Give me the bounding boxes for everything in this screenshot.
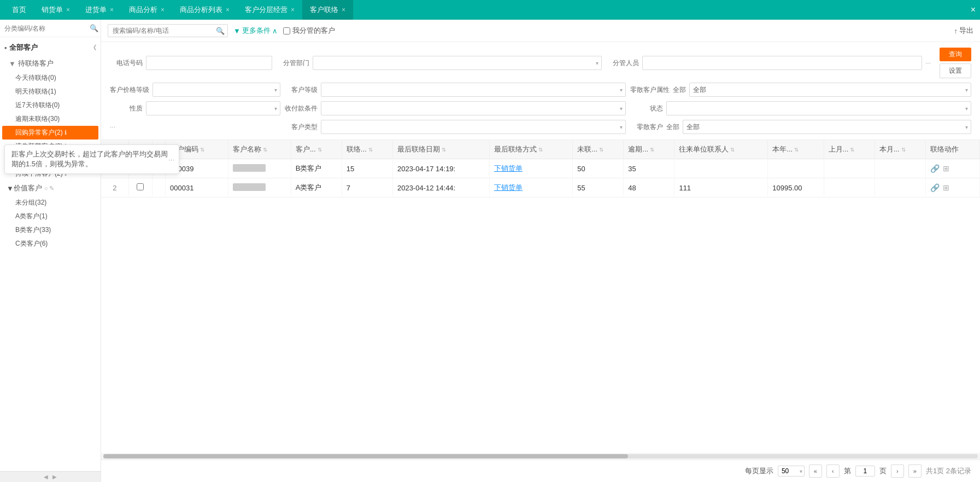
row1-this-year — [768, 159, 824, 178]
row1-grid-icon[interactable]: ⊞ — [943, 164, 949, 173]
nav-product-analysis-list-close[interactable]: × — [226, 6, 230, 14]
last-page-button[interactable]: » — [908, 464, 922, 478]
my-customers-checkbox[interactable] — [283, 27, 290, 34]
scrollbar-thumb[interactable] — [103, 454, 628, 458]
nav-sales-close[interactable]: × — [66, 6, 70, 14]
sidebar-item-a-class[interactable]: A类客户(1) — [0, 210, 101, 223]
nav-product-analysis[interactable]: 商品分析 × — [121, 0, 172, 20]
sidebar-item-c-class[interactable]: C类客户(6) — [0, 237, 101, 251]
nav-purchase-order[interactable]: 进货单 × — [78, 0, 121, 20]
sidebar-search-icon[interactable]: 🔍 — [90, 24, 98, 32]
table-col-last-month[interactable]: 上月...⇅ — [824, 140, 875, 159]
filter-price-level: 客户价格等级 ▾ — [110, 83, 280, 97]
search-input[interactable] — [108, 24, 228, 37]
table-col-last-way[interactable]: 最后联络方式⇅ — [489, 140, 572, 159]
sidebar-item-ungroup[interactable]: 未分组(32) — [0, 196, 101, 210]
horizontal-scrollbar[interactable] — [101, 453, 980, 460]
left-arrow-icon[interactable]: ◀ — [44, 474, 48, 480]
nav-customer-segment[interactable]: 客户分层经营 × — [237, 0, 302, 20]
table-col-this-month[interactable]: 本月...⇅ — [875, 140, 925, 159]
row2-checkbox[interactable] — [137, 183, 144, 190]
nav-product-analysis-close[interactable]: × — [161, 6, 165, 14]
row1-last-way-link[interactable]: 下销货单 — [494, 164, 523, 172]
edit-icon[interactable]: ○ — [44, 185, 48, 191]
nav-home-label: 首页 — [12, 5, 26, 15]
row1-link-icon[interactable]: 🔗 — [930, 164, 940, 173]
retail-attr-value: 全部 — [673, 85, 686, 95]
table-col-contact[interactable]: 联络...⇅ — [342, 140, 392, 159]
nav-product-analysis-list[interactable]: 商品分析列表 × — [172, 0, 237, 20]
phone-input[interactable] — [146, 56, 272, 70]
row2-last-way-link[interactable]: 下销货单 — [494, 183, 523, 191]
sidebar-item-b-class[interactable]: B类客户(33) — [0, 223, 101, 237]
customer-level-select[interactable] — [321, 83, 626, 97]
table-scroll[interactable]: ⚙ 客户编码⇅ 客户名称⇅ 客户...⇅ 联络...⇅ 最后联络日期⇅ 最后联络… — [101, 140, 980, 453]
collapse-button[interactable]: 《 — [90, 44, 96, 52]
person-input[interactable] — [642, 56, 922, 70]
window-close-button[interactable]: × — [971, 5, 976, 15]
export-button[interactable]: ↑ 导出 — [954, 26, 974, 36]
setup-button[interactable]: 设置 — [940, 63, 971, 78]
right-arrow-icon[interactable]: ▶ — [52, 474, 57, 480]
expand-icon: ▪ — [4, 44, 7, 52]
gender-select[interactable] — [146, 101, 280, 115]
row4-dots[interactable]: ··· — [110, 123, 115, 131]
more-conditions-button[interactable]: ▼ 更多条件 ∧ — [233, 26, 278, 36]
row2-overdue: 48 — [624, 178, 674, 198]
page-number-input[interactable] — [855, 466, 875, 477]
table-col-not-contact[interactable]: 未联...⇅ — [573, 140, 624, 159]
query-button[interactable]: 查询 — [940, 48, 971, 61]
edit-icon2[interactable]: ✎ — [49, 185, 54, 192]
row2-grid-icon[interactable]: ⊞ — [943, 183, 949, 192]
filter-row-3: 性质 ▾ 收付款条件 ▾ 状态 — [110, 101, 971, 115]
nav-sales-label: 销货单 — [42, 5, 63, 15]
table-col-overdue[interactable]: 逾期...⇅ — [624, 140, 674, 159]
row2-link-icon[interactable]: 🔗 — [930, 183, 940, 192]
row2-not-contact: 55 — [573, 178, 624, 198]
row1-overdue: 35 — [624, 159, 674, 178]
retail-customer-select[interactable]: 全部 — [683, 120, 971, 134]
table-col-this-year[interactable]: 本年...⇅ — [768, 140, 824, 159]
status-select[interactable] — [666, 101, 971, 115]
sidebar-item-tomorrow[interactable]: 明天待联络(1) — [0, 85, 101, 98]
row2-last-month — [824, 178, 875, 198]
table-col-last-date[interactable]: 最后联络日期⇅ — [392, 140, 489, 159]
table-col-company-contact[interactable]: 往来单位联系人⇅ — [674, 140, 768, 159]
sidebar-item-overdue[interactable]: 逾期未联络(30) — [0, 112, 101, 126]
nav-customer-contact-close[interactable]: × — [342, 6, 345, 14]
price-level-select[interactable] — [152, 83, 280, 97]
nav-customer-contact[interactable]: 客户联络 × — [302, 0, 353, 20]
sidebar-item-today[interactable]: 今天待联络(0) — [0, 71, 101, 85]
nav-sales-order[interactable]: 销货单 × — [34, 0, 78, 20]
filter-phone: 电话号码 — [110, 56, 272, 70]
table-col-name[interactable]: 客户名称⇅ — [228, 140, 291, 159]
my-customers-checkbox-label[interactable]: 我分管的客户 — [283, 26, 335, 36]
sidebar-item-7days[interactable]: 近7天待联络(0) — [0, 98, 101, 112]
nav-customer-segment-close[interactable]: × — [291, 6, 295, 14]
table-col-action: 联络动作 — [925, 140, 979, 159]
sidebar-item-repurchase-abnormal[interactable]: 回购异常客户(2) ℹ — [2, 126, 98, 140]
next-page-button[interactable]: › — [891, 464, 904, 478]
payment-select[interactable] — [321, 101, 626, 115]
nav-home[interactable]: 首页 — [4, 0, 34, 20]
page-size-select[interactable]: 20 50 100 — [778, 466, 805, 477]
sidebar-group-value-customers[interactable]: ▼ 价值客户 ○ ✎ — [0, 181, 101, 196]
tooltip-dots[interactable]: ··· — [168, 155, 174, 164]
prev-page-button[interactable]: ‹ — [826, 464, 840, 478]
payment-wrap: ▾ — [321, 101, 626, 115]
export-label: 导出 — [959, 26, 973, 36]
sidebar-group-pending[interactable]: ▼ 待联络客户 — [0, 56, 101, 71]
sidebar-search-input[interactable] — [4, 25, 86, 32]
person-dots-button[interactable]: ··· — [925, 59, 931, 67]
nav-purchase-close[interactable]: × — [110, 6, 114, 14]
filter-bar: 🔍 ▼ 更多条件 ∧ 我分管的客户 ↑ 导出 — [101, 20, 980, 42]
retail-customer-wrap: 全部 ▾ — [683, 120, 971, 134]
sidebar-search-area: 🔍 — [0, 20, 101, 37]
table-col-type[interactable]: 客户...⇅ — [291, 140, 342, 159]
retail-attr-select[interactable]: 全部 — [689, 83, 971, 97]
dept-select[interactable] — [313, 56, 601, 70]
filter-search-icon[interactable]: 🔍 — [216, 27, 225, 35]
first-page-button[interactable]: « — [809, 464, 822, 478]
customer-type-select[interactable] — [321, 120, 626, 134]
sidebar-all-customers[interactable]: ▪ 全部客户 《 — [0, 39, 101, 56]
